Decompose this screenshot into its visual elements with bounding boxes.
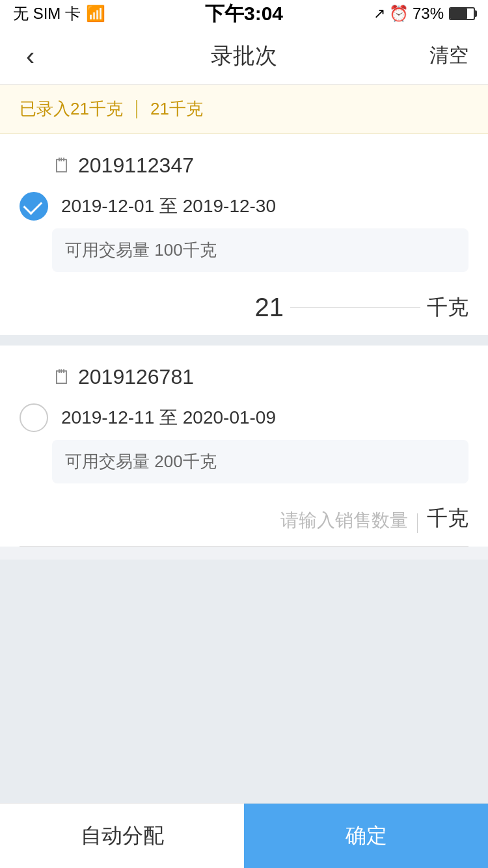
input-underline-2 — [20, 546, 468, 547]
nav-bar: ‹ 录批次 清空 — [0, 27, 488, 85]
back-button[interactable]: ‹ — [20, 36, 41, 75]
status-time: 下午3:04 — [205, 1, 283, 27]
radio-2[interactable] — [20, 403, 48, 432]
status-left: 无 SIM 卡 📶 — [13, 3, 105, 24]
batch-row-1[interactable]: 2019-12-01 至 2019-12-30 — [0, 184, 488, 228]
qty-unit-2: 千克 — [427, 504, 468, 533]
info-banner: 已录入21千克 21千克 — [0, 85, 488, 134]
batch-card-1: 🗒 2019112347 2019-12-01 至 2019-12-30 可用交… — [0, 134, 488, 335]
location-icon: ↗ — [373, 5, 385, 22]
alarm-icon: ⏰ — [389, 5, 409, 23]
qty-value-1: 21 — [255, 293, 284, 322]
bottom-area — [0, 560, 488, 807]
batch-row-2[interactable]: 2019-12-11 至 2020-01-09 — [0, 396, 488, 440]
batch-card-2: 🗒 2019126781 2019-12-11 至 2020-01-09 可用交… — [0, 346, 488, 547]
info-value: 21千克 — [150, 98, 203, 120]
info-divider — [136, 100, 137, 118]
confirm-button[interactable]: 确定 — [244, 804, 488, 868]
clear-button[interactable]: 清空 — [429, 42, 468, 69]
qty-row-1: 21 千克 — [0, 282, 488, 335]
batch-id-2: 2019126781 — [78, 365, 194, 389]
page-title: 录批次 — [211, 41, 277, 71]
status-right: ↗ ⏰ 73% — [373, 5, 475, 23]
section-separator-1 — [0, 335, 488, 346]
auto-distribute-button[interactable]: 自动分配 — [0, 804, 244, 868]
available-qty-1: 可用交易量 100千克 — [52, 228, 468, 272]
batch-date-2: 2019-12-11 至 2020-01-09 — [61, 405, 276, 430]
doc-icon-2: 🗒 — [52, 366, 72, 388]
available-qty-2: 可用交易量 200千克 — [52, 440, 468, 483]
wifi-icon: 📶 — [86, 5, 105, 23]
status-bar: 无 SIM 卡 📶 下午3:04 ↗ ⏰ 73% — [0, 0, 488, 27]
qty-row-2: 请输入销售数量 千克 — [0, 494, 488, 546]
qty-unit-1: 千克 — [427, 293, 468, 322]
doc-icon-1: 🗒 — [52, 155, 72, 177]
qty-placeholder-2: 请输入销售数量 — [20, 508, 408, 533]
info-label: 已录入21千克 — [20, 98, 123, 120]
battery-icon — [449, 7, 475, 20]
batch-header-1: 🗒 2019112347 — [0, 134, 488, 184]
batch-date-1: 2019-12-01 至 2019-12-30 — [61, 194, 276, 219]
batch-id-1: 2019112347 — [78, 154, 194, 178]
carrier-text: 无 SIM 卡 — [13, 3, 81, 24]
bottom-buttons: 自动分配 确定 — [0, 803, 488, 868]
batch-header-2: 🗒 2019126781 — [0, 346, 488, 396]
radio-1[interactable] — [20, 192, 48, 221]
battery-percent: 73% — [413, 5, 444, 23]
